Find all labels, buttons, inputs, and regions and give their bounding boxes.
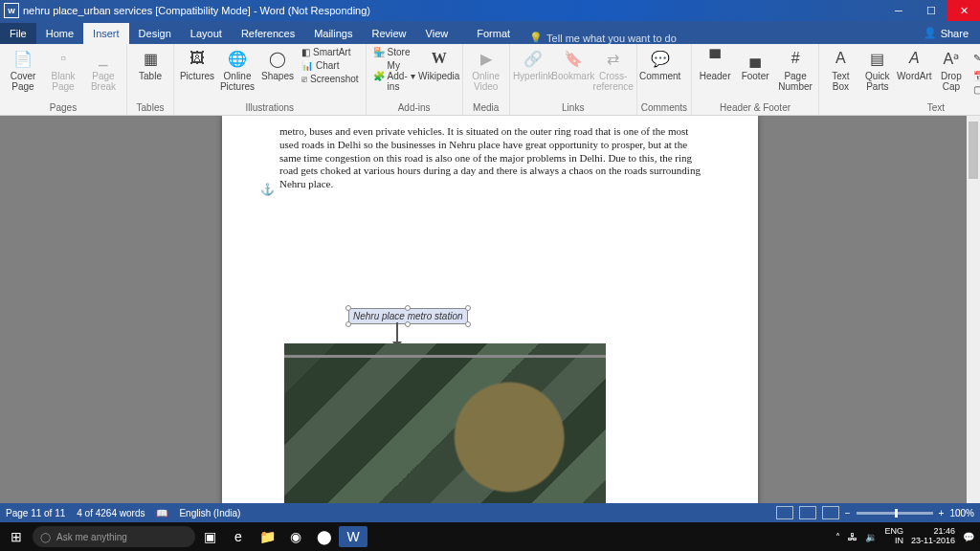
header-icon: ▀ <box>704 48 725 69</box>
chrome-taskbar-icon[interactable]: ◉ <box>281 529 310 544</box>
pictures-icon: 🖼 <box>187 48 208 69</box>
shapes-icon: ◯ <box>267 48 288 69</box>
smartart-icon: ◧ <box>301 47 310 57</box>
smartart-button[interactable]: ◧SmartArt <box>299 46 362 58</box>
spellcheck-icon[interactable]: 📖 <box>156 508 167 518</box>
window-title: nehru place_urban services [Compatibilit… <box>23 5 882 16</box>
tab-view[interactable]: View <box>416 23 458 44</box>
web-layout-button[interactable] <box>822 506 839 519</box>
tray-language[interactable]: ENGIN <box>884 527 903 546</box>
close-button[interactable]: ✕ <box>947 0 980 21</box>
satellite-image[interactable] <box>284 343 606 503</box>
body-paragraph[interactable]: metro, buses and even private vehicles. … <box>279 125 701 191</box>
word-count[interactable]: 4 of 4264 words <box>77 508 145 518</box>
resize-handle[interactable] <box>345 321 351 327</box>
tab-format[interactable]: Format <box>467 23 520 44</box>
maximize-button[interactable]: ☐ <box>915 0 947 21</box>
pictures-button[interactable]: 🖼Pictures <box>178 46 216 81</box>
date-time-button[interactable]: 📅Date & Time <box>970 70 980 82</box>
shapes-button[interactable]: ◯Shapes <box>258 46 297 81</box>
title-bar: W nehru place_urban services [Compatibil… <box>0 0 980 21</box>
start-button[interactable]: ⊞ <box>0 529 33 544</box>
blank-page-icon: ▫ <box>53 48 74 69</box>
callout-connector[interactable] <box>396 322 398 343</box>
network-icon[interactable]: 🖧 <box>848 532 858 542</box>
tab-references[interactable]: References <box>232 23 304 44</box>
signature-line-button[interactable]: ✎Signature Line ▾ <box>970 46 980 69</box>
language-status[interactable]: English (India) <box>179 508 240 518</box>
callout-text-box[interactable]: Nehru place metro station <box>348 308 468 324</box>
text-box-button[interactable]: AText Box <box>823 46 858 92</box>
footer-button[interactable]: ▄Footer <box>736 46 774 81</box>
status-bar: Page 11 of 11 4 of 4264 words 📖 English … <box>0 503 980 522</box>
screenshot-icon: ⎚ <box>301 74 307 84</box>
wordart-button[interactable]: AWordArt <box>897 46 932 81</box>
group-text: AText Box ▤Quick Parts AWordArt AᵃDrop C… <box>819 44 980 115</box>
online-pictures-button[interactable]: 🌐Online Pictures <box>218 46 256 92</box>
bookmark-button[interactable]: 🔖Bookmark <box>554 46 592 81</box>
page-break-button[interactable]: ⎯Page Break <box>84 46 122 92</box>
comment-button[interactable]: 💬Comment <box>641 46 679 81</box>
screenshot-button[interactable]: ⎚Screenshot <box>299 73 362 85</box>
wikipedia-button[interactable]: WWikipedia <box>420 46 458 81</box>
action-center-icon[interactable]: 💬 <box>963 532 974 542</box>
resize-handle[interactable] <box>465 305 471 311</box>
tab-review[interactable]: Review <box>363 23 416 44</box>
tab-home[interactable]: Home <box>36 23 83 44</box>
zoom-out-button[interactable]: − <box>845 508 851 518</box>
my-addins-button[interactable]: 🧩My Add-ins ▾ <box>370 59 418 93</box>
callout-label[interactable]: Nehru place metro station <box>353 311 463 321</box>
video-icon: ▶ <box>476 48 497 69</box>
print-layout-button[interactable] <box>799 506 816 519</box>
zoom-slider[interactable] <box>857 512 933 515</box>
online-video-button[interactable]: ▶Online Video <box>467 46 505 92</box>
store-button[interactable]: 🏪Store <box>370 46 418 58</box>
group-pages: 📄Cover Page ▫Blank Page ⎯Page Break Page… <box>0 44 127 115</box>
cover-page-button[interactable]: 📄Cover Page <box>4 46 42 92</box>
table-icon: ▦ <box>140 48 161 69</box>
vertical-scrollbar[interactable] <box>967 116 980 503</box>
word-taskbar-icon[interactable]: W <box>339 526 368 547</box>
object-anchor-icon: ⚓ <box>260 183 275 196</box>
volume-icon[interactable]: 🔉 <box>865 532 877 542</box>
scrollbar-thumb[interactable] <box>969 121 978 179</box>
resize-handle[interactable] <box>345 305 351 311</box>
share-button[interactable]: 👤Share <box>912 22 980 44</box>
cover-page-icon: 📄 <box>12 48 33 69</box>
hyperlink-button[interactable]: 🔗Hyperlink <box>514 46 552 81</box>
cortana-search[interactable]: ◯Ask me anything <box>33 526 195 547</box>
tray-chevron-icon[interactable]: ˄ <box>835 532 840 542</box>
minimize-button[interactable]: ─ <box>882 0 915 21</box>
quick-parts-button[interactable]: ▤Quick Parts <box>860 46 896 92</box>
object-button[interactable]: ▢Object ▾ <box>970 83 980 96</box>
page-number-icon: # <box>785 48 806 69</box>
blank-page-button[interactable]: ▫Blank Page <box>44 46 82 92</box>
zoom-in-button[interactable]: + <box>939 508 945 518</box>
group-media: ▶Online Video Media <box>463 44 510 115</box>
tab-file[interactable]: File <box>0 23 36 44</box>
read-mode-button[interactable] <box>776 506 793 519</box>
tab-layout[interactable]: Layout <box>181 23 232 44</box>
document-area[interactable]: metro, buses and even private vehicles. … <box>0 116 980 503</box>
explorer-taskbar-icon[interactable]: 📁 <box>253 529 281 544</box>
cross-reference-button[interactable]: ⇄Cross-reference <box>594 46 633 92</box>
zoom-level[interactable]: 100% <box>949 508 974 518</box>
tab-design[interactable]: Design <box>129 23 181 44</box>
tab-mailings[interactable]: Mailings <box>304 23 362 44</box>
obs-taskbar-icon[interactable]: ⬤ <box>310 529 339 544</box>
signature-icon: ✎ <box>973 53 980 63</box>
tab-insert[interactable]: Insert <box>83 23 129 44</box>
chart-button[interactable]: 📊Chart <box>299 59 362 72</box>
edge-taskbar-icon[interactable]: e <box>224 529 253 544</box>
tell-me-search[interactable]: 💡Tell me what you want to do <box>529 32 677 44</box>
page-number-button[interactable]: #Page Number <box>776 46 814 92</box>
group-comments: 💬Comment Comments <box>637 44 692 115</box>
system-clock[interactable]: 21:4623-11-2016 <box>911 527 955 546</box>
resize-handle[interactable] <box>465 321 471 327</box>
drop-cap-button[interactable]: AᵃDrop Cap <box>934 46 969 92</box>
table-button[interactable]: ▦Table <box>131 46 169 81</box>
page-count[interactable]: Page 11 of 11 <box>6 508 65 518</box>
quickparts-icon: ▤ <box>867 48 888 69</box>
header-button[interactable]: ▀Header <box>696 46 734 81</box>
task-view-button[interactable]: ▣ <box>195 529 224 544</box>
